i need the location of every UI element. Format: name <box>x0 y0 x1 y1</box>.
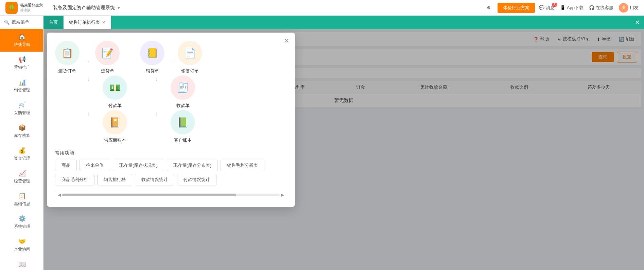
arrow-down-receipt: ↓ <box>147 110 165 143</box>
close-all-tabs-button[interactable]: ✕ <box>631 19 644 26</box>
title-dropdown-icon[interactable]: ▾ <box>118 5 120 11</box>
sidebar-item-operation[interactable]: 📈 经营管理 <box>0 165 43 188</box>
search-icon: 🔍 <box>4 20 10 25</box>
search-menu-button[interactable]: 🔍 搜索菜单 <box>0 16 43 29</box>
page-content: ❓ 帮助 🖨 按模板打印 ▾ ⬆ 导出 🔄 刷新 <box>43 29 644 270</box>
basic-icon: 📋 <box>18 192 26 200</box>
system-title: 装备及固定资产辅助管理系统 ▾ <box>53 5 480 11</box>
payment-bill-label: 付款单 <box>108 103 122 109</box>
sidebar-item-finance[interactable]: 💰 资金管理 <box>0 143 43 165</box>
customer-ledger-icon: 📗 <box>171 110 195 134</box>
flow-node-supplier-ledger: 📔 供应商账本 <box>103 110 127 143</box>
home-icon: 🏠 <box>18 33 26 40</box>
online-service-button[interactable]: 🎧 在线客服 <box>589 5 613 11</box>
common-btn-receipt-stat[interactable]: 收款情况统计 <box>135 174 174 185</box>
arrow-down-sales-bill: ↓ <box>147 75 165 109</box>
modal-close-button[interactable]: ✕ <box>284 37 290 45</box>
flow-node-receipt-bill: 🧾 收款单 <box>171 75 195 109</box>
sidebar-item-quick-nav[interactable]: 🏠 快捷导航 <box>0 29 43 52</box>
marketing-icon: 📢 <box>18 56 26 63</box>
sidebar-item-marketing[interactable]: 📢 营销推广 <box>0 52 43 74</box>
common-btn-stock-dist[interactable]: 现存量(库存分布表) <box>167 160 218 171</box>
flow-node-purchase-order: 📋 进货订单 <box>55 41 80 74</box>
inventory-icon: 📦 <box>18 124 26 131</box>
purchase-icon: 🛒 <box>18 101 26 109</box>
tab-home[interactable]: 首页 <box>43 16 64 29</box>
download-icon: 📱 <box>560 5 565 10</box>
logo-text: 畅康通好生意 标准版 <box>20 3 43 13</box>
customer-ledger-label: 客户账本 <box>174 137 192 143</box>
tab-close-icon[interactable]: ✕ <box>102 20 105 25</box>
supplier-ledger-icon: 📔 <box>103 110 127 134</box>
flow-diagram: 📋 进货订单 → 📝 进货单 <box>55 41 287 147</box>
purchase-bill-icon: 📝 <box>95 41 120 65</box>
arrow-purchase-to-bill: → <box>80 50 95 74</box>
message-button[interactable]: 💬 消息 5 <box>539 5 555 11</box>
scroll-track[interactable] <box>62 194 280 196</box>
modal-box: ✕ 📋 进货订单 <box>47 33 295 207</box>
modal-overlay[interactable]: ✕ 📋 进货订单 <box>43 29 644 270</box>
settings-icon[interactable]: ⚙ <box>484 3 493 13</box>
sidebar-item-enterprise[interactable]: 🤝 企业协同 <box>0 234 43 256</box>
sales-bill-label: 销货单 <box>146 68 159 74</box>
flow-node-purchase-bill: 📝 进货单 <box>95 41 120 74</box>
common-btn-stock-status[interactable]: 现存量(库存状况表) <box>113 160 164 171</box>
app-download-button[interactable]: 📱 App下载 <box>560 5 584 11</box>
tab-sales-order-exec[interactable]: 销售订单执行表 ✕ <box>64 16 111 29</box>
bottom-scrollbar[interactable]: ◀ ▶ <box>55 191 287 199</box>
logo-icon: 🍀 <box>5 2 18 14</box>
common-btn-sales-rank[interactable]: 销售排行榜 <box>97 174 132 185</box>
common-functions-title: 常用功能 <box>55 150 287 156</box>
common-btn-sales-gross[interactable]: 销售毛利分析表 <box>221 160 264 171</box>
receipt-bill-label: 收款单 <box>176 103 190 109</box>
content-area: 首页 销售订单执行表 ✕ ✕ ❓ 帮助 <box>43 16 644 270</box>
sales-order-label: 销售订单 <box>181 68 199 74</box>
sidebar-item-system[interactable]: ⚙️ 系统管理 <box>0 211 43 234</box>
common-buttons-group: 商品 往来单位 现存量(库存状况表) 现存量(库存分布表) 销售毛利分析表 商品… <box>55 160 287 185</box>
sidebar-item-sales[interactable]: 📊 销售管理 <box>0 74 43 97</box>
message-icon: 💬 <box>539 5 544 10</box>
flow-node-customer-ledger: 📗 客户账本 <box>171 110 195 143</box>
common-functions-section: 常用功能 商品 往来单位 现存量(库存状况表) 现存量(库存分布表) 销售毛利分… <box>55 150 287 185</box>
common-btn-product-gross[interactable]: 商品毛利分析 <box>55 174 94 185</box>
purchase-bill-label: 进货单 <box>101 68 114 74</box>
service-icon: 🎧 <box>589 5 594 10</box>
topbar-right: 💬 消息 5 📱 App下载 🎧 在线客服 友 用友 <box>539 3 639 13</box>
message-badge: 5 <box>552 3 557 7</box>
sidebar-item-basic[interactable]: 📋 基础信息 <box>0 188 43 211</box>
sidebar-item-inventory[interactable]: 📦 库存核算 <box>0 120 43 143</box>
spacer-middle <box>120 50 140 74</box>
scroll-right-arrow[interactable]: ▶ <box>281 193 284 197</box>
sidebar-item-guide[interactable]: 📖 新手引导 <box>0 256 43 270</box>
try-button[interactable]: 体验行业方案 <box>498 3 535 13</box>
arrow-sales-order-to-bill: ←- - <box>164 50 178 74</box>
sidebar-nav: 🏠 快捷导航 📢 营销推广 📊 销售管理 🛒 采购管理 📦 库存核 <box>0 29 43 270</box>
arrow-down-purchase-bill: ↓ <box>80 75 97 109</box>
finance-icon: 💰 <box>18 147 26 154</box>
sidebar-item-purchase[interactable]: 🛒 采购管理 <box>0 97 43 120</box>
receipt-bill-icon: 🧾 <box>171 75 195 100</box>
sales-bill-icon: 📒 <box>140 41 164 65</box>
scroll-left-arrow[interactable]: ◀ <box>58 193 61 197</box>
arrow-down-payment: ↓ <box>80 110 97 143</box>
common-btn-partner[interactable]: 往来单位 <box>80 160 110 171</box>
logo: 🍀 畅康通好生意 标准版 <box>5 2 49 14</box>
sidebar: 🔍 搜索菜单 🏠 快捷导航 📢 营销推广 📊 销售管理 🛒 <box>0 16 43 270</box>
operation-icon: 📈 <box>18 169 26 177</box>
tab-bar: 首页 销售订单执行表 ✕ ✕ <box>43 16 644 29</box>
sales-order-icon: 📄 <box>178 41 202 65</box>
sales-icon: 📊 <box>18 78 26 86</box>
avatar: 友 <box>619 3 628 13</box>
flow-node-sales-order: 📄 销售订单 <box>178 41 202 74</box>
common-btn-payment-stat[interactable]: 付款情况统计 <box>177 174 216 185</box>
payment-bill-icon: 💵 <box>103 75 127 100</box>
common-btn-product[interactable]: 商品 <box>55 160 77 171</box>
purchase-order-label: 进货订单 <box>58 68 76 74</box>
supplier-ledger-label: 供应商账本 <box>104 137 126 143</box>
system-icon: ⚙️ <box>18 215 26 222</box>
enterprise-icon: 🤝 <box>18 238 26 245</box>
purchase-order-icon: 📋 <box>55 41 80 65</box>
scroll-thumb <box>62 194 236 196</box>
user-menu-button[interactable]: 友 用友 <box>619 3 639 13</box>
flow-node-payment-bill: 💵 付款单 <box>103 75 127 109</box>
